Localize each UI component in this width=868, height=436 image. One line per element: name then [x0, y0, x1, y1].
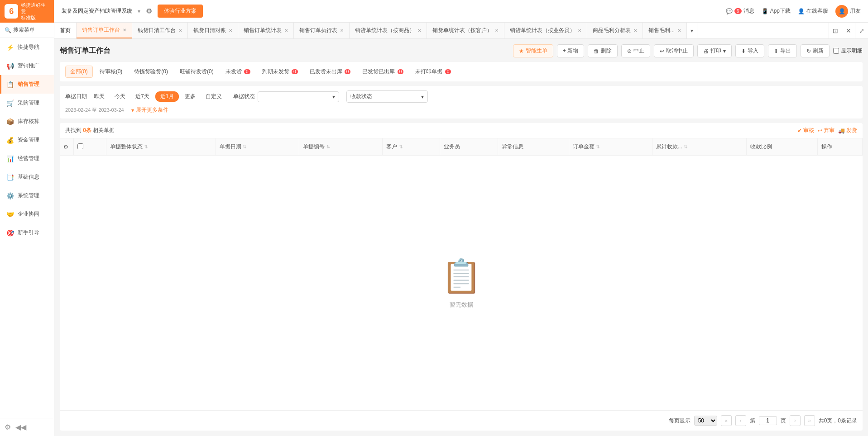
solution-button[interactable]: 体验行业方案 — [158, 5, 203, 18]
sidebar-item-basicinfo[interactable]: 📑 基础信息 — [0, 168, 54, 186]
import-button[interactable]: ⬇ 导入 — [735, 44, 764, 57]
th-status-label: 单据整体状态 — [110, 143, 143, 150]
per-page-select[interactable]: 50 20 100 — [694, 416, 717, 426]
tab-restore-icon[interactable]: ⊡ — [829, 23, 842, 38]
sidebar-item-enterprise[interactable]: 🤝 企业协同 — [0, 205, 54, 223]
tab-sales-unified-customer[interactable]: 销货单统计表（按客户） ✕ — [427, 23, 504, 38]
filter-today-btn[interactable]: 今天 — [110, 91, 129, 102]
page-number-input[interactable] — [759, 416, 777, 425]
tab-close-icon[interactable]: ✕ — [284, 28, 288, 33]
topbar-online-service[interactable]: 👤 在线客服 — [798, 7, 828, 15]
sidebar-item-purchase[interactable]: 🛒 采购管理 — [0, 94, 54, 112]
tab-close-all-icon[interactable]: ✕ — [842, 23, 855, 38]
show-detail-checkbox[interactable]: 显示明细 — [833, 47, 863, 55]
sort-date-icon[interactable]: ⇅ — [243, 144, 246, 149]
inventory-icon: 📦 — [6, 118, 14, 125]
sidebar-item-finance[interactable]: 💰 资金管理 — [0, 131, 54, 149]
filter-date-item: 单据日期 昨天 今天 近7天 近1月 更多 自定义 — [65, 91, 226, 102]
ship-action-btn[interactable]: 🚚 发货 — [838, 127, 857, 134]
tab-cash-reconcile[interactable]: 钱货日清对账 ✕ — [188, 23, 238, 38]
subtab-expired-not-shipped[interactable]: 到期未发货 0 — [257, 66, 303, 78]
subtab-wangpu-ship[interactable]: 旺铺待发货(0) — [175, 66, 219, 78]
tab-more-button[interactable]: ▾ — [687, 23, 697, 38]
tab-cash-daily[interactable]: 钱货日清工作台 ✕ — [132, 23, 188, 38]
tab-close-icon[interactable]: ✕ — [677, 28, 681, 33]
filter-more-btn[interactable]: 更多 — [181, 91, 200, 102]
tab-sales-exec[interactable]: 销售订单执行表 ✕ — [294, 23, 350, 38]
next-page-btn[interactable]: › — [790, 415, 801, 426]
tab-sales-workbench[interactable]: 销售订单工作台 ✕ — [77, 23, 132, 38]
revoke-action-btn[interactable]: ↩ 弃审 — [818, 127, 834, 134]
filter-expand-button[interactable]: ▾ 展开更多条件 — [131, 106, 168, 114]
topbar-user[interactable]: 👤 用友 — [835, 5, 861, 18]
topbar-settings-icon[interactable]: ⚙ — [146, 7, 152, 15]
tab-sales-unified-staff[interactable]: 销货单统计表（按业务员） ✕ — [504, 23, 587, 38]
last-page-btn[interactable]: » — [804, 415, 815, 426]
sort-amount-icon[interactable]: ⇅ — [596, 144, 599, 149]
review-action-btn[interactable]: ✔ 审核 — [797, 127, 814, 134]
subtab-not-printed[interactable]: 未打印单据 0 — [410, 66, 456, 78]
subtab-all[interactable]: 全部(0) — [65, 66, 93, 78]
th-checkbox-col[interactable] — [73, 138, 106, 156]
filter-7days-btn[interactable]: 近7天 — [131, 91, 153, 102]
subtab-label: 已发货未出库 — [310, 68, 342, 75]
tab-close-icon[interactable]: ✕ — [633, 28, 637, 33]
settings-bottom-icon[interactable]: ⚙ — [5, 423, 11, 431]
select-all-checkbox[interactable] — [77, 143, 83, 149]
subtab-shipped-not-out[interactable]: 已发货未出库 0 — [305, 66, 356, 78]
filter-custom-btn[interactable]: 自定义 — [201, 91, 226, 102]
sidebar-item-inventory[interactable]: 📦 库存核算 — [0, 112, 54, 131]
topbar-app-download[interactable]: 📱 App下载 — [762, 7, 791, 15]
tab-close-icon[interactable]: ✕ — [123, 28, 126, 33]
filter-yesterday-btn[interactable]: 昨天 — [90, 91, 109, 102]
prev-page-btn[interactable]: ‹ — [735, 415, 746, 426]
sidebar-item-quicknav[interactable]: ⚡ 快捷导航 — [0, 38, 54, 57]
topbar-dropdown-icon[interactable]: ▾ — [138, 8, 140, 14]
filter-1month-btn[interactable]: 近1月 — [155, 91, 179, 102]
export-button[interactable]: ⬆ 导出 — [768, 44, 797, 57]
suspend-button[interactable]: ⊘ 中止 — [621, 44, 650, 57]
subtab-not-shipped[interactable]: 未发货 0 — [221, 66, 255, 78]
th-settings[interactable]: ⚙ — [60, 138, 73, 156]
sidebar-item-search[interactable]: 🔍 搜索菜单 — [0, 23, 54, 38]
sort-collected-icon[interactable]: ⇅ — [684, 144, 687, 149]
show-detail-input[interactable] — [833, 48, 839, 54]
tab-close-icon[interactable]: ✕ — [417, 28, 421, 33]
subtab-pending-review[interactable]: 待审核(0) — [95, 66, 128, 78]
payment-filter-select[interactable]: 收款状态 ▾ — [346, 90, 428, 103]
subtab-pending-check[interactable]: 待拣货验货(0) — [129, 66, 173, 78]
sort-customer-icon[interactable]: ⇅ — [399, 144, 403, 149]
first-page-btn[interactable]: « — [721, 415, 732, 426]
tab-close-icon[interactable]: ✕ — [178, 28, 182, 33]
sidebar-item-marketing[interactable]: 📢 营销推广 — [0, 57, 54, 75]
sort-status-icon[interactable]: ⇅ — [144, 144, 148, 149]
tab-sales-more[interactable]: 销售毛利... ✕ — [643, 23, 687, 38]
delete-button[interactable]: 🗑 删除 — [588, 44, 618, 57]
tab-close-icon[interactable]: ✕ — [340, 28, 344, 33]
sort-number-icon[interactable]: ⇅ — [326, 144, 330, 149]
subtab-label: 待拣货验货(0) — [134, 68, 168, 75]
sidebar-item-guide[interactable]: 🎯 新手引导 — [0, 223, 54, 242]
tab-sales-stats[interactable]: 销售订单统计表 ✕ — [238, 23, 294, 38]
tab-close-icon[interactable]: ✕ — [495, 28, 499, 33]
filter-row: 单据日期 昨天 今天 近7天 近1月 更多 自定义 单据状态 ▾ — [60, 86, 863, 118]
topbar-message[interactable]: 💬 6 消息 — [726, 7, 754, 15]
status-filter-select[interactable]: ▾ — [258, 91, 339, 102]
tab-gross-margin[interactable]: 商品毛利分析表 ✕ — [587, 23, 643, 38]
sidebar-item-system[interactable]: ⚙️ 系统管理 — [0, 186, 54, 205]
tab-maximize-icon[interactable]: ⤢ — [855, 23, 868, 38]
unsuspend-button[interactable]: ↩ 取消中止 — [654, 44, 694, 57]
print-button[interactable]: 🖨 打印 ▾ — [697, 44, 732, 57]
sidebar-item-operation[interactable]: 📊 经营管理 — [0, 149, 54, 168]
collapse-icon[interactable]: ◀◀ — [15, 423, 26, 431]
smart-create-button[interactable]: ★ 智能生单 — [513, 44, 553, 57]
tab-sales-unified-product[interactable]: 销货单统计表（按商品） ✕ — [350, 23, 427, 38]
tab-close-icon[interactable]: ✕ — [229, 28, 232, 33]
tab-home[interactable]: 首页 — [54, 23, 77, 38]
sidebar-item-sales[interactable]: 📋 销售管理 — [0, 75, 54, 94]
refresh-button[interactable]: ↻ 刷新 — [801, 44, 830, 57]
tab-close-icon[interactable]: ✕ — [578, 28, 581, 33]
import-icon: ⬇ — [741, 48, 746, 54]
subtab-shipped-out[interactable]: 已发货已出库 0 — [357, 66, 408, 78]
add-button[interactable]: + 新增 — [557, 44, 584, 57]
